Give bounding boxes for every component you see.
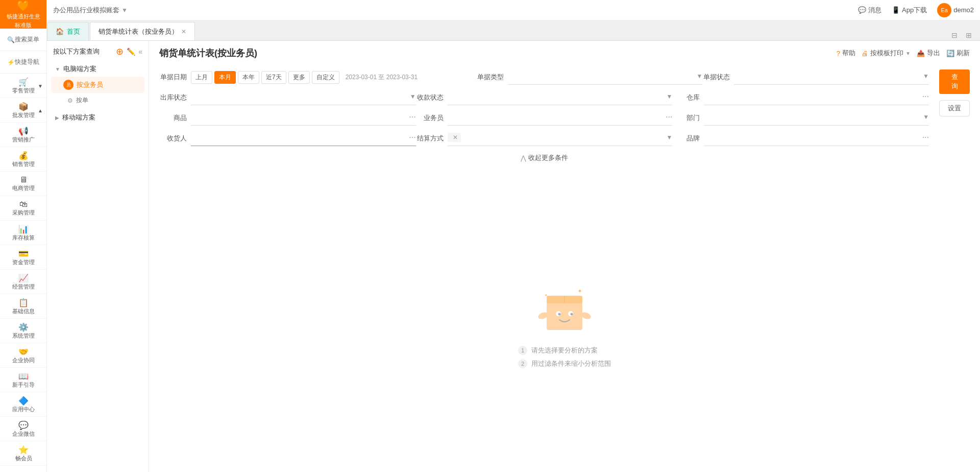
sidebar-item-corp[interactable]: 🤝 企业协同 <box>0 343 46 368</box>
sidebar-item-finance[interactable]: 💳 资金管理 <box>0 245 46 270</box>
sidebar-corp-label: 企业协同 <box>12 357 35 364</box>
date-control: 上月 本月 本年 近7天 更多 自定义 2023-03-01 至 2023-03… <box>191 71 476 84</box>
settlement-label: 结算方式 <box>416 134 444 143</box>
tab-report-close[interactable]: ✕ <box>181 28 186 35</box>
window-maximize[interactable]: ⊞ <box>964 30 974 40</box>
plan-group-mobile-header[interactable]: ▶ 移动端方案 <box>51 110 144 125</box>
settlement-tag: ✕ <box>448 133 461 142</box>
sidebar-item-retail[interactable]: 🛒 零售管理 ▼ <box>0 74 46 98</box>
message-icon: 💬 <box>858 6 866 14</box>
goods-dropdown[interactable]: ··· <box>191 110 416 126</box>
doc-status-dropdown[interactable]: ▼ <box>734 69 929 85</box>
help-label: 帮助 <box>842 49 855 58</box>
sidebar-item-operation[interactable]: 📈 经营管理 <box>0 270 46 294</box>
tab-home-icon: 🏠 <box>56 28 64 35</box>
filter-consignee: 收货人 ··· <box>159 131 416 146</box>
settlement-tag-close[interactable]: ✕ <box>453 134 458 141</box>
sales-icon: 💰 <box>18 151 29 160</box>
sidebar-item-sales[interactable]: 💰 销售管理 <box>0 147 46 172</box>
sidebar-item-purchase[interactable]: 🛍 采购管理 <box>0 196 46 221</box>
out-status-dropdown[interactable]: ▼ <box>191 90 416 105</box>
desktop-scheme-label: 电脑端方案 <box>63 64 96 74</box>
filter-settlement: 结算方式 ✕ ▼ <box>416 131 673 146</box>
plan-item-salesperson[interactable]: 员 按业务员 <box>51 77 144 93</box>
salesperson-dropdown[interactable]: ··· <box>448 110 673 126</box>
filter-date: 单据日期 上月 本月 本年 近7天 更多 自定义 <box>159 71 476 84</box>
collect-status-dropdown[interactable]: ▼ <box>448 90 673 105</box>
brand-dropdown[interactable]: ··· <box>704 131 929 146</box>
sidebar-inventory-label: 库存核算 <box>12 234 35 242</box>
svg-text:✦: ✦ <box>577 288 582 295</box>
warehouse-dots[interactable]: ··· <box>922 92 929 101</box>
consignee-dropdown[interactable]: ··· <box>191 131 416 146</box>
warehouse-dropdown[interactable]: ··· <box>704 90 929 105</box>
settlement-dropdown[interactable]: ✕ ▼ <box>448 131 673 146</box>
collapse-btn[interactable]: ⋀ 收起更多条件 <box>159 151 929 167</box>
tab-home[interactable]: 🏠 首页 <box>47 22 89 40</box>
wholesale-icon: 📦 <box>18 102 29 111</box>
window-minimize[interactable]: ⊟ <box>949 30 960 40</box>
tab-report[interactable]: 销货单统计表（按业务员） ✕ <box>90 22 195 40</box>
sidebar-item-quick[interactable]: ⚡ 快捷导航 <box>0 51 47 74</box>
date-label: 单据日期 <box>159 73 187 82</box>
query-button[interactable]: 查询 <box>939 69 970 94</box>
salesperson-dots[interactable]: ··· <box>666 112 672 122</box>
filter-buttons: 查询 设置 <box>939 63 980 173</box>
goods-dots[interactable]: ··· <box>409 112 415 122</box>
refresh-btn[interactable]: 🔄 刷新 <box>946 49 970 58</box>
help-btn[interactable]: ? 帮助 <box>837 49 855 58</box>
sidebar-newbie-label: 新手引导 <box>12 381 35 389</box>
collapse-panel-btn[interactable]: « <box>138 48 142 56</box>
date-btn-this-month[interactable]: 本月 <box>214 71 236 84</box>
add-scheme-btn[interactable]: ⊕ <box>116 46 124 57</box>
date-btn-this-year[interactable]: 本年 <box>238 71 259 84</box>
sidebar-basic-label: 基础信息 <box>12 308 35 315</box>
consignee-dots[interactable]: ··· <box>409 133 415 142</box>
user-avatar-area[interactable]: Ea demo2 <box>937 3 974 17</box>
sidebar-item-basic[interactable]: 📋 基础信息 <box>0 294 46 319</box>
export-btn[interactable]: 📤 导出 <box>917 49 940 58</box>
svg-point-6 <box>571 313 573 316</box>
doc-type-dropdown[interactable]: ▼ <box>508 69 703 85</box>
print-btn[interactable]: 🖨 按模板打印 ▼ <box>862 49 911 58</box>
sidebar-operation-label: 经营管理 <box>12 283 35 291</box>
date-btn-custom[interactable]: 自定义 <box>312 71 339 84</box>
doc-type-chevron: ▼ <box>697 73 703 80</box>
sidebar-item-search[interactable]: 🔍 搜索菜单 <box>0 29 47 51</box>
sidebar-item-member[interactable]: ⭐ 畅会员 <box>0 441 46 466</box>
order-icon: ⚙ <box>67 97 73 104</box>
app-download-label: App下载 <box>902 6 927 15</box>
filter-section: 单据日期 上月 本月 本年 近7天 更多 自定义 <box>149 63 980 173</box>
page-actions: ? 帮助 🖨 按模板打印 ▼ 📤 导出 🔄 刷新 <box>837 49 970 58</box>
sidebar-item-marketing[interactable]: 📢 营销推广 <box>0 123 46 147</box>
brand-dots[interactable]: ··· <box>922 133 929 142</box>
sidebar-item-ecommerce[interactable]: 🖥 电商管理 <box>0 172 46 196</box>
sidebar-item-wechat[interactable]: 💬 企业微信 <box>0 417 46 441</box>
settlement-chevron: ▼ <box>666 134 672 141</box>
date-btn-more[interactable]: 更多 <box>288 71 310 84</box>
brand-label: 品牌 <box>672 134 700 143</box>
filter-goods: 商品 ··· <box>159 110 416 126</box>
message-btn[interactable]: 💬 消息 <box>858 6 881 15</box>
sidebar-logo[interactable]: 🧡 畅捷通好生意 标准版 <box>0 0 47 29</box>
sidebar-item-wholesale[interactable]: 📦 批发管理 ▲ <box>0 98 46 123</box>
out-status-control: ▼ <box>191 90 416 105</box>
sidebar-item-newbie[interactable]: 📖 新手引导 <box>0 368 46 392</box>
edit-scheme-btn[interactable]: ✏️ <box>127 48 135 56</box>
dept-chevron: ▼ <box>923 113 929 121</box>
sidebar-item-apps[interactable]: 🔷 应用中心 <box>0 392 46 417</box>
date-btn-last-month[interactable]: 上月 <box>191 71 212 84</box>
setting-button[interactable]: 设置 <box>939 100 970 116</box>
sidebar-item-inventory[interactable]: 📊 库存核算 <box>0 221 46 245</box>
sidebar-item-system[interactable]: ⚙️ 系统管理 <box>0 319 46 343</box>
date-btn-7days[interactable]: 近7天 <box>261 71 286 84</box>
plan-group-desktop-header[interactable]: ▼ 电脑端方案 <box>51 61 144 77</box>
plan-subitem-order[interactable]: ⚙ 按单 <box>51 93 144 108</box>
top-header: 办公用品行业模拟账套 ▼ 💬 消息 📱 App下载 Ea demo2 <box>47 0 980 20</box>
logo-icon: 🧡 <box>17 0 30 12</box>
dept-dropdown[interactable]: ▼ <box>704 110 929 126</box>
account-selector[interactable]: 办公用品行业模拟账套 ▼ <box>53 6 128 15</box>
app-download-btn[interactable]: 📱 App下载 <box>892 6 927 15</box>
filter-collect-status: 收款状态 ▼ <box>416 90 673 105</box>
page-title: 销货单统计表(按业务员) <box>159 47 257 59</box>
